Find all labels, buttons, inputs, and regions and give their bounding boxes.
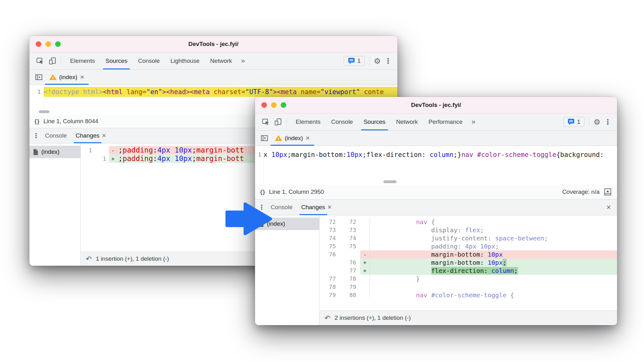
divider xyxy=(286,118,287,126)
drawer-tab-changes[interactable]: Changes × xyxy=(297,199,336,215)
zoom-window-button[interactable] xyxy=(281,102,286,108)
file-tab-label: (index) xyxy=(59,74,77,81)
code-line: 1 <!doctype html><html lang="en"><head><… xyxy=(29,87,397,97)
changed-file-item[interactable]: (index) xyxy=(29,146,80,158)
tab-elements[interactable]: Elements xyxy=(65,53,100,69)
warning-icon xyxy=(275,135,282,141)
toolbar-right: 1 ⚙ ⋮ xyxy=(563,117,613,127)
kebab-menu-icon[interactable]: ⋮ xyxy=(603,118,613,126)
diff-row: 7879 xyxy=(319,283,617,291)
tab-sources[interactable]: Sources xyxy=(100,53,133,69)
titlebar[interactable]: DevTools - jec.fyi/ xyxy=(255,97,617,113)
line-number: 1 xyxy=(29,87,43,97)
issues-button[interactable]: 1 xyxy=(563,117,585,127)
diff-pane: 7272 nav {7373 display: flex;7474 justif… xyxy=(319,215,617,325)
panel-tabs: Elements Sources Console Lighthouse Netw… xyxy=(65,53,237,69)
window-title: DevTools - jec.fyi/ xyxy=(255,97,617,113)
pointer-arrow xyxy=(223,202,273,238)
revert-icon[interactable]: ↶ xyxy=(325,314,330,322)
canvas: DevTools - jec.fyi/ Elements Sources Con… xyxy=(0,0,644,362)
window-controls xyxy=(261,102,286,108)
diff-footer: ↶ 2 insertions (+), 1 deletion (-) xyxy=(319,310,617,325)
tab-network[interactable]: Network xyxy=(205,53,238,69)
horizontal-scrollbar-thumb[interactable] xyxy=(383,180,396,183)
devtools-window-front: DevTools - jec.fyi/ Elements Console Sou… xyxy=(255,97,617,325)
horizontal-scrollbar-thumb[interactable] xyxy=(39,110,49,113)
close-drawer-icon[interactable]: × xyxy=(602,203,615,212)
divider xyxy=(61,57,61,65)
inspect-element-icon[interactable] xyxy=(34,55,46,67)
braces-icon: {} xyxy=(260,189,265,195)
code-line: 1 x 10px;margin-bottom:10px;flex-directi… xyxy=(255,150,617,160)
diff-row: 7474 justify-content: space-between; xyxy=(319,234,617,242)
close-icon[interactable]: × xyxy=(306,135,310,142)
file-icon xyxy=(33,149,38,155)
window-controls xyxy=(36,41,61,47)
file-tab-label: (index) xyxy=(285,135,303,142)
diff-row: 7575 padding: 4px 10px; xyxy=(319,242,617,250)
inspect-element-icon[interactable] xyxy=(259,116,272,128)
drawer-tab-console[interactable]: Console xyxy=(41,128,71,143)
device-toolbar-icon[interactable] xyxy=(46,55,59,67)
warning-icon xyxy=(49,74,56,80)
code-line-content: <!doctype html><html lang="en"><head><me… xyxy=(43,87,397,97)
devtools-toolbar: Elements Sources Console Lighthouse Netw… xyxy=(29,53,397,70)
editor-statusbar: {} Line 1, Column 2950 Coverage: n/a xyxy=(255,185,617,199)
coverage-load-icon[interactable] xyxy=(603,188,612,196)
cursor-position: Line 1, Column 8044 xyxy=(43,118,98,125)
diff-rows: 7272 nav {7373 display: flex;7474 justif… xyxy=(319,215,617,310)
gutter-divider xyxy=(263,146,264,185)
revert-icon[interactable]: ↶ xyxy=(86,255,92,263)
diff-row: 76- margin-bottom: 10px xyxy=(319,250,617,259)
diff-row: 7272 nav { xyxy=(319,218,617,226)
code-line-content: x 10px;margin-bottom:10px;flex-direction… xyxy=(263,150,617,160)
drawer-kebab-icon[interactable]: ⋮ xyxy=(31,132,41,139)
titlebar[interactable]: DevTools - jec.fyi/ xyxy=(29,36,397,53)
more-tabs-icon[interactable]: » xyxy=(468,118,479,126)
device-toolbar-icon[interactable] xyxy=(272,116,284,128)
tab-performance[interactable]: Performance xyxy=(423,113,468,130)
settings-gear-icon[interactable]: ⚙ xyxy=(374,57,381,65)
close-window-button[interactable] xyxy=(261,102,267,108)
panel-tabs: Elements Console Sources Network Perform… xyxy=(290,113,468,130)
diff-row: 7778 } xyxy=(319,275,617,283)
divider xyxy=(589,118,589,126)
devtools-toolbar: Elements Console Sources Network Perform… xyxy=(255,113,617,131)
changes-sidebar: (index) xyxy=(29,143,81,266)
cursor-position: Line 1, Column 2950 xyxy=(269,189,324,195)
tab-lighthouse[interactable]: Lighthouse xyxy=(165,53,205,69)
issues-bubble-icon xyxy=(567,118,575,125)
settings-gear-icon[interactable]: ⚙ xyxy=(594,118,601,126)
navigator-toggle-icon[interactable] xyxy=(258,132,271,144)
navigator-toggle-icon[interactable] xyxy=(33,71,45,83)
close-icon[interactable]: × xyxy=(102,132,106,139)
tab-sources[interactable]: Sources xyxy=(358,113,391,130)
source-editor: 1 x 10px;margin-bottom:10px;flex-directi… xyxy=(255,146,617,185)
issues-count: 1 xyxy=(577,118,580,125)
drawer-tab-changes[interactable]: Changes × xyxy=(71,128,110,143)
more-tabs-icon[interactable]: » xyxy=(237,57,248,65)
tab-console[interactable]: Console xyxy=(326,113,358,130)
zoom-window-button[interactable] xyxy=(55,41,61,47)
diff-row: 77+ flex-direction: column; xyxy=(319,267,617,275)
file-tab-index[interactable]: (index) × xyxy=(45,70,89,85)
minimize-window-button[interactable] xyxy=(271,102,277,108)
diff-summary: 2 insertions (+), 1 deletion (-) xyxy=(335,314,411,321)
drawer-tabs: ⋮ Console Changes × × xyxy=(255,199,617,215)
line-number: 1 xyxy=(255,150,263,160)
diff-summary: 1 insertion (+), 1 deletion (-) xyxy=(96,255,169,262)
window-title: DevTools - jec.fyi/ xyxy=(29,36,397,52)
close-window-button[interactable] xyxy=(36,41,41,47)
kebab-menu-icon[interactable]: ⋮ xyxy=(383,58,393,65)
tab-network[interactable]: Network xyxy=(391,113,423,130)
close-icon[interactable]: × xyxy=(80,74,84,81)
file-tab-index[interactable]: (index) × xyxy=(271,131,314,146)
changes-panel: (index) 7272 nav {7373 display: flex;747… xyxy=(255,215,617,325)
issues-button[interactable]: 1 xyxy=(344,56,365,66)
tab-console[interactable]: Console xyxy=(133,53,165,69)
tab-elements[interactable]: Elements xyxy=(290,113,326,130)
close-icon[interactable]: × xyxy=(328,204,332,211)
toolbar-right: 1 ⚙ ⋮ xyxy=(344,56,393,66)
statusbar-right: Coverage: n/a xyxy=(562,188,612,196)
minimize-window-button[interactable] xyxy=(45,41,51,47)
